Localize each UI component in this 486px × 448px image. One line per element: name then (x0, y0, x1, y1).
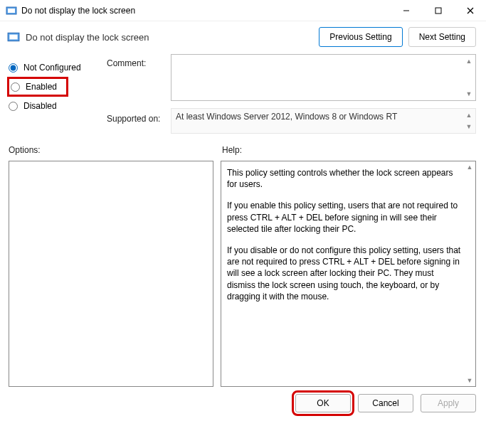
scroll-down-icon[interactable]: ▼ (464, 122, 474, 132)
svg-rect-1 (8, 9, 15, 13)
supported-on-field: At least Windows Server 2012, Windows 8 … (171, 108, 476, 134)
maximize-button[interactable] (422, 0, 454, 21)
radio-disabled[interactable]: Disabled (7, 97, 107, 115)
radio-enabled-input[interactable] (11, 82, 20, 92)
supported-label: Supported on: (107, 114, 171, 124)
config-area: Not Configured Enabled Disabled Comment:… (0, 50, 486, 137)
policy-title: Do not display the lock screen (26, 32, 313, 43)
policy-icon (7, 31, 20, 43)
radio-not-configured[interactable]: Not Configured (7, 58, 107, 77)
help-label: Help: (222, 145, 242, 155)
previous-setting-button[interactable]: Previous Setting (319, 27, 402, 47)
header-row: Do not display the lock screen Previous … (0, 21, 486, 50)
scrollbar[interactable]: ▲ ▼ (465, 162, 475, 385)
supported-on-text: At least Windows Server 2012, Windows 8 … (176, 112, 397, 122)
svg-rect-7 (9, 35, 17, 40)
field-labels: Comment: Supported on: (107, 54, 171, 134)
policy-icon (6, 5, 17, 16)
panels: This policy setting controls whether the… (0, 158, 486, 387)
minimize-button[interactable] (390, 0, 422, 21)
scroll-up-icon[interactable]: ▲ (464, 110, 474, 120)
options-label: Options: (9, 145, 222, 155)
radio-not-configured-input[interactable] (9, 63, 18, 73)
title-bar: Do not display the lock screen (0, 0, 486, 21)
radio-label: Enabled (26, 82, 57, 92)
section-labels: Options: Help: (0, 137, 486, 158)
help-paragraph: If you disable or do not configure this … (227, 245, 461, 302)
scrollbar[interactable]: ▲ ▼ (464, 110, 474, 132)
window-title: Do not display the lock screen (21, 6, 390, 16)
apply-button[interactable]: Apply (421, 394, 476, 412)
help-paragraph: If you enable this policy setting, users… (227, 200, 461, 235)
dialog-footer: OK Cancel Apply (0, 387, 486, 412)
next-setting-button[interactable]: Next Setting (408, 27, 476, 47)
options-panel (9, 161, 213, 387)
scroll-down-icon[interactable]: ▼ (464, 89, 474, 99)
comment-textarea[interactable]: ▲ ▼ (171, 54, 476, 101)
help-paragraph: This policy setting controls whether the… (227, 167, 461, 190)
radio-disabled-input[interactable] (9, 102, 18, 111)
ok-button[interactable]: OK (295, 394, 351, 412)
radio-enabled[interactable]: Enabled (7, 77, 68, 97)
cancel-button[interactable]: Cancel (358, 394, 413, 412)
scrollbar[interactable]: ▲ ▼ (464, 56, 474, 99)
help-panel: This policy setting controls whether the… (221, 161, 476, 387)
scroll-down-icon[interactable]: ▼ (465, 375, 475, 385)
state-radio-group: Not Configured Enabled Disabled (7, 54, 107, 134)
close-button[interactable] (454, 0, 486, 21)
scroll-up-icon[interactable]: ▲ (465, 162, 475, 172)
comment-label: Comment: (107, 58, 171, 107)
svg-rect-3 (435, 8, 441, 14)
radio-label: Disabled (23, 101, 57, 111)
scroll-up-icon[interactable]: ▲ (464, 56, 474, 66)
radio-label: Not Configured (23, 63, 81, 73)
